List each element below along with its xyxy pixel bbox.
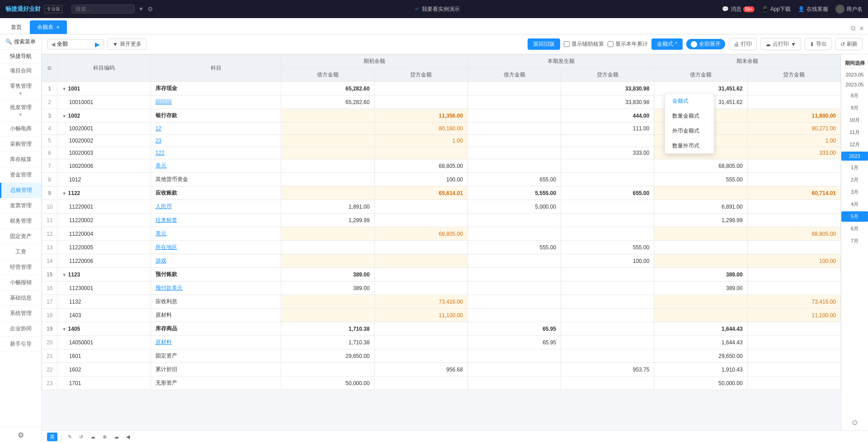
row-subject[interactable]: 游戏 xyxy=(151,254,281,268)
row-subject[interactable]: 预付款美元 xyxy=(151,281,281,295)
lang-btn[interactable]: 英 xyxy=(47,433,57,441)
sidebar-item-tax[interactable]: 税务管理 xyxy=(0,214,41,229)
sidebar-item-retail[interactable]: 零售管理 ▼ xyxy=(0,79,41,100)
row-subject[interactable]: 23 xyxy=(151,135,281,147)
year-checkbox[interactable] xyxy=(608,41,613,47)
row-subject[interactable]: 122 xyxy=(151,147,281,159)
assist-checkbox[interactable] xyxy=(564,41,570,47)
period-month-4[interactable]: 4月 xyxy=(841,199,868,210)
sidebar-item-fixed[interactable]: 固定资产 xyxy=(0,229,41,244)
sidebar-item-wholesale[interactable]: 批发管理 ▼ xyxy=(0,100,41,121)
row-subject[interactable]: 无形资产 xyxy=(151,376,281,390)
period-month-6[interactable]: 6月 xyxy=(841,224,868,234)
return-old-btn[interactable]: 退回旧版 xyxy=(528,38,560,50)
sidebar-item-ecommerce[interactable]: 小畅电商 xyxy=(0,121,41,137)
period-month-5[interactable]: 5月 xyxy=(841,211,868,222)
row-subject[interactable]: 往来标签 xyxy=(151,214,281,227)
period-month-7[interactable]: 7月 xyxy=(841,236,868,246)
window-close-icon[interactable]: ✕ xyxy=(859,25,864,32)
download-btn[interactable]: 📱 App下载 xyxy=(762,5,791,13)
sidebar-item-purchase[interactable]: 采购管理 xyxy=(0,137,41,152)
cloud2-icon[interactable]: ☁ xyxy=(114,434,119,440)
sidebar-search[interactable]: 🔍 搜索菜单 xyxy=(0,34,41,50)
sidebar-quicknav[interactable]: 快捷导航 xyxy=(0,50,41,63)
add-icon[interactable]: ⊕ xyxy=(103,434,107,440)
row-subject[interactable]: 应收利息 xyxy=(151,295,281,309)
tab-home[interactable]: 首页 xyxy=(4,20,29,34)
sidebar-item-inventory[interactable]: 库存核算 xyxy=(0,152,41,167)
cloud-print-btn[interactable]: ☁ 云打印 ▼ xyxy=(760,38,801,50)
period-collapse-icon[interactable]: ⊙ xyxy=(852,418,858,427)
sidebar-item-invoice[interactable]: 发票管理 xyxy=(0,198,41,214)
search-input[interactable] xyxy=(57,41,93,48)
print-btn[interactable]: 🖨 打印 xyxy=(729,38,757,50)
row-subject[interactable]: 银行存款 xyxy=(151,109,281,123)
mode-btn[interactable]: 金额式 ^ xyxy=(651,38,683,50)
row-subject[interactable]: 人民币 xyxy=(151,200,281,214)
row-subject[interactable]: 原材料 xyxy=(151,336,281,349)
checkbox-assist[interactable]: 显示辅助核算 xyxy=(564,40,604,48)
tab-balance[interactable]: 余额表 ✕ xyxy=(30,20,67,34)
row-subject[interactable]: 固定资产 xyxy=(151,349,281,363)
expand-more-btn[interactable]: ▼ 展开更多 xyxy=(108,38,146,50)
row-subject[interactable]: 其他货币资金 xyxy=(151,173,281,186)
row-subject[interactable]: 累计折旧 xyxy=(151,363,281,376)
row-subject[interactable]: 库存商品 xyxy=(151,322,281,336)
tab-close-icon[interactable]: ✕ xyxy=(56,25,60,30)
user-btn[interactable]: 用户名 xyxy=(835,5,863,14)
period-year-2023[interactable]: 2023 xyxy=(841,152,868,161)
period-month-9[interactable]: 9月 xyxy=(841,103,868,113)
row-subject[interactable]: 应收账款 xyxy=(151,186,281,200)
sidebar-item-guide[interactable]: 新手引导 xyxy=(0,337,41,352)
period-month-8[interactable]: 8月 xyxy=(841,91,868,101)
sidebar-item-operations[interactable]: 经营管理 xyxy=(0,260,41,275)
window-restore-icon[interactable]: ⧉ xyxy=(851,24,855,32)
table-settings-icon[interactable]: ⚙ xyxy=(47,65,52,71)
sidebar-item-system[interactable]: 系统管理 xyxy=(0,306,41,321)
sidebar-settings[interactable]: ⚙ xyxy=(0,427,41,443)
back-icon[interactable]: ◀ xyxy=(126,434,130,440)
settings-icon[interactable]: ⚙ xyxy=(147,5,153,13)
row-subject[interactable]: 美元 xyxy=(151,159,281,173)
period-month-11[interactable]: 11月 xyxy=(841,127,868,138)
period-month-12[interactable]: 12月 xyxy=(841,139,868,150)
period-month-1[interactable]: 1月 xyxy=(841,162,868,173)
row-subject[interactable]: 12 xyxy=(151,123,281,135)
sidebar-item-salary[interactable]: 工资 xyxy=(0,244,41,260)
table-row: 5 10020002 23 1.00 1.00 xyxy=(42,135,841,147)
row-subject[interactable]: 美元 xyxy=(151,227,281,241)
header-search-input[interactable] xyxy=(71,5,135,14)
row-subject[interactable]: 回回回 xyxy=(151,95,281,109)
expand-all-toggle[interactable]: 全部展开 xyxy=(686,39,725,49)
dropdown-item-qty-foreign[interactable]: 数量外币式 xyxy=(665,138,714,153)
recycle-icon[interactable]: ↺ xyxy=(79,434,83,440)
row-subject[interactable]: 原材料 xyxy=(151,309,281,322)
sidebar-item-collab[interactable]: 企业协同 xyxy=(0,321,41,337)
sidebar-item-expense[interactable]: 小畅报销 xyxy=(0,275,41,291)
sidebar-item-ledger[interactable]: 总账管理 xyxy=(0,183,41,198)
search-box[interactable]: ◀ ▶ xyxy=(47,39,104,49)
sidebar-item-capital[interactable]: 资金管理 xyxy=(0,167,41,183)
cloud-icon[interactable]: ☁ xyxy=(90,434,95,440)
period-month-10[interactable]: 10月 xyxy=(841,115,868,125)
message-btn[interactable]: 💬 消息 99+ xyxy=(722,5,755,13)
search-left-arrow[interactable]: ◀ xyxy=(51,41,55,48)
demo-link[interactable]: 我要看实例演示 xyxy=(422,5,460,13)
checkbox-year[interactable]: 显示本年累计 xyxy=(608,40,648,48)
dropdown-item-qty-amount[interactable]: 数量金额式 xyxy=(665,109,714,124)
service-btn[interactable]: 👤 在线客服 xyxy=(798,5,828,13)
export-btn[interactable]: ⬇ 导出 xyxy=(805,38,832,50)
row-subject[interactable]: 预付账款 xyxy=(151,268,281,281)
header-dropdown-icon[interactable]: ▼ xyxy=(138,6,144,12)
search-right-arrow[interactable]: ▶ xyxy=(95,41,100,48)
row-subject[interactable]: 所在地区 xyxy=(151,241,281,254)
pencil-icon[interactable]: ✎ xyxy=(68,434,72,440)
period-month-2[interactable]: 2月 xyxy=(841,175,868,185)
sidebar-item-basic[interactable]: 基础信息 xyxy=(0,291,41,306)
dropdown-item-amount[interactable]: 金额式 xyxy=(665,94,714,109)
period-month-3[interactable]: 3月 xyxy=(841,187,868,197)
row-subject[interactable]: 库存现金 xyxy=(151,82,281,95)
sidebar-item-project[interactable]: 项目合同 xyxy=(0,63,41,79)
refresh-btn[interactable]: ↺ 刷新 xyxy=(835,38,863,50)
dropdown-item-foreign-amount[interactable]: 外币金额式 xyxy=(665,124,714,138)
